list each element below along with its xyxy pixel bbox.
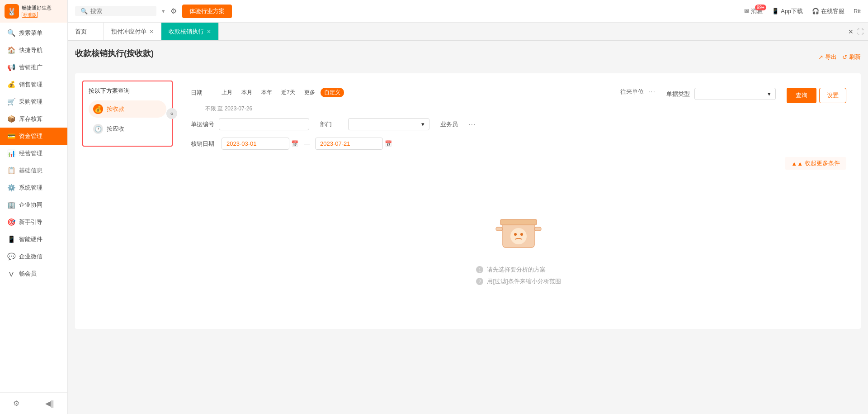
home-tab-label: 首页 [75,28,87,36]
nav-label-member: 畅会员 [19,270,37,278]
close-receipt-tab-icon[interactable]: ✕ [207,29,211,35]
filter-by-receivable[interactable]: 🕐 按应收 [89,120,166,138]
sidebar-item-search-menu[interactable]: 🔍 搜索菜单 [0,24,67,42]
app-name: 畅捷通好生意 [22,5,52,11]
search-bar[interactable]: 🔍 [75,6,156,16]
dept-select[interactable]: ▾ [348,118,429,130]
calendar-end-icon[interactable]: 📅 [385,140,392,147]
sidebar-item-business[interactable]: 📊 经营管理 [0,145,67,162]
user-name: Rit [854,8,861,14]
filter-receipt-label: 按收款 [107,105,124,113]
logo-area: 🐰 畅捷通好生意 标准版 [0,0,67,23]
collapse-more-row: ▲▲ 收起更多条件 [191,155,846,175]
settings-icon[interactable]: ⚙ [10,396,22,410]
page-content: 收款核销执行(按收款) ↗ 导出 ↺ 刷新 按以下方案查询 💰 按收款 [68,41,868,414]
bill-type-label: 单据类型 [666,90,692,98]
filter-panel: 按以下方案查询 💰 按收款 🕐 按应收 « [82,81,173,147]
partner-input-dots[interactable]: ··· [648,88,656,96]
nav-label-wechat: 企业微信 [19,252,42,261]
tip-num-2: 2 [476,278,483,285]
expand-window-icon[interactable]: ⛶ [857,28,863,35]
sidebar-item-sales[interactable]: 💰 销售管理 [0,76,67,93]
search-input[interactable] [90,8,145,14]
main-area: 🔍 ▾ ⚙ 体验行业方案 ✉ 消息 99+ 📱 App下载 🎧 在线客服 Rit [68,0,868,414]
refresh-label: 刷新 [849,53,861,61]
page-action-buttons: ↗ 导出 ↺ 刷新 [818,53,861,61]
tabbar: 首页 预付冲应付单 ✕ 收款核销执行 ✕ ✕ ⛶ [68,23,868,41]
user-area[interactable]: Rit [854,8,861,14]
export-label: 导出 [825,53,837,61]
close-prepay-tab-icon[interactable]: ✕ [149,29,154,35]
message-button[interactable]: ✉ 消息 99+ [744,7,763,15]
query-buttons: 查询 设置 [787,88,846,103]
last-month-btn[interactable]: 上月 [218,88,236,97]
nav-icon-search-menu: 🔍 [7,29,15,37]
this-year-btn[interactable]: 本年 [258,88,276,97]
sidebar-item-basic-info[interactable]: 📋 基础信息 [0,162,67,179]
sidebar-item-hardware[interactable]: 📱 智能硬件 [0,231,67,248]
calendar-start-icon[interactable]: 📅 [291,140,298,147]
query-area: 日期 上月 本月 本年 近7天 更多 自定义 往来单位 ··· [184,81,854,322]
sidebar-item-member[interactable]: V 畅会员 [0,265,67,282]
filter-by-receipt[interactable]: 💰 按收款 [89,100,166,118]
solution-button[interactable]: 体验行业方案 [182,5,232,18]
nav-label-fund: 资金管理 [19,132,42,140]
search-dropdown-icon[interactable]: ▾ [162,8,165,14]
bill-number-label: 单据编号 [191,120,216,128]
nav-icon-fund: 💳 [7,132,15,140]
bill-number-input[interactable] [219,118,309,130]
sidebar-item-guide[interactable]: 🎯 新手引导 [0,214,67,231]
dept-filter: 部门 ▾ [320,118,429,130]
sidebar-item-inventory[interactable]: 📦 库存核算 [0,110,67,128]
tab-prepay[interactable]: 预付冲应付单 ✕ [104,23,161,40]
prepay-tab-label: 预付冲应付单 [111,28,146,36]
collapse-more-label: 收起更多条件 [805,159,840,167]
app-download-button[interactable]: 📱 App下载 [772,7,803,15]
nav-label-sales: 销售管理 [19,81,42,89]
verify-date-end-input[interactable] [315,138,383,150]
sidebar-item-purchase[interactable]: 🛒 采购管理 [0,93,67,110]
date-range-sub: 不限 至 2023-07-26 [191,105,846,113]
settings-gear-icon[interactable]: ⚙ [170,7,177,15]
filter-collapse-button[interactable]: « [166,108,177,119]
this-month-btn[interactable]: 本月 [238,88,256,97]
collapse-more-button[interactable]: ▲▲ 收起更多条件 [785,157,846,170]
date-separator: — [304,140,310,147]
sidebar-item-wechat[interactable]: 💬 企业微信 [0,248,67,265]
online-service-button[interactable]: 🎧 在线客服 [812,7,844,15]
app-download-label: App下载 [781,7,803,15]
export-button[interactable]: ↗ 导出 [818,53,837,61]
nav-label-basic-info: 基础信息 [19,167,42,175]
bill-type-select[interactable]: ▾ [694,88,776,100]
tip-text-2: 用[过滤]条件来缩小分析范围 [487,276,561,287]
collapse-sidebar-icon[interactable]: ◀‖ [42,396,57,410]
headset-icon: 🎧 [812,8,819,14]
last-7-days-btn[interactable]: 近7天 [278,88,299,97]
sidebar-item-quick-nav[interactable]: 🏠 快捷导航 [0,42,67,59]
filter-receipt-icon: 💰 [93,104,103,114]
tab-receipt[interactable]: 收款核销执行 ✕ [161,23,219,40]
more-date-btn[interactable]: 更多 [301,88,319,97]
sidebar-item-enterprise[interactable]: 🏢 企业协同 [0,196,67,214]
query-button[interactable]: 查询 [787,88,816,103]
svg-rect-6 [534,227,541,231]
sidebar-item-system[interactable]: ⚙️ 系统管理 [0,179,67,196]
tab-home[interactable]: 首页 [68,23,104,40]
refresh-button[interactable]: ↺ 刷新 [842,53,861,61]
svg-rect-5 [496,227,503,231]
service-label: 在线客服 [821,7,844,15]
close-window-icon[interactable]: ✕ [848,28,854,35]
verify-date-start-input[interactable] [222,138,289,150]
filter-receivable-icon: 🕐 [93,124,103,134]
settings-button[interactable]: 设置 [819,88,846,103]
sidebar-item-fund[interactable]: 💳 资金管理 [0,128,67,145]
partner-label: 往来单位 [620,88,646,96]
topbar-right: ✉ 消息 99+ 📱 App下载 🎧 在线客服 Rit [744,7,861,15]
verify-date-end-wrapper: 📅 [315,138,392,150]
empty-illustration [491,202,546,257]
sidebar-item-marketing[interactable]: 📢 营销推广 [0,59,67,76]
staff-input-dots[interactable]: ··· [468,120,476,128]
custom-date-btn[interactable]: 自定义 [321,88,344,97]
nav-icon-sales: 💰 [7,81,15,89]
nav-icon-enterprise: 🏢 [7,201,15,209]
